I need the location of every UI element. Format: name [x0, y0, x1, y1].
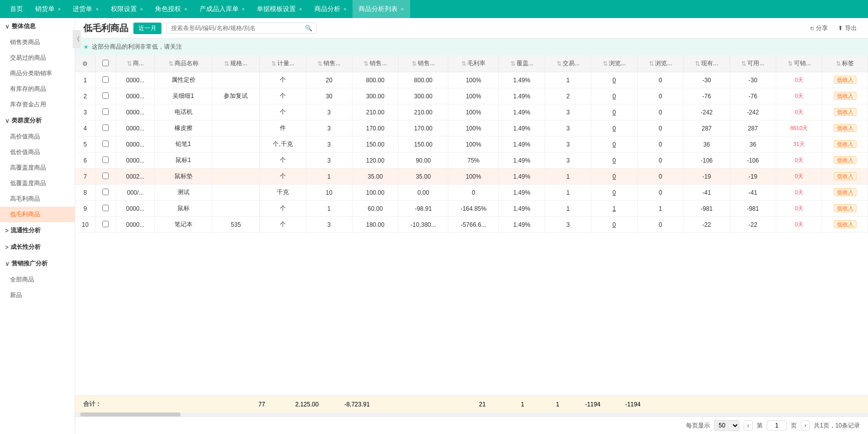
row-checkbox[interactable]: [102, 173, 109, 179]
sidebar-item-全部商品[interactable]: 全部商品: [0, 272, 75, 287]
row-checkbox[interactable]: [102, 92, 109, 99]
col-header-margin[interactable]: ⇅毛利率: [448, 55, 499, 72]
view1-link[interactable]: 0: [613, 141, 616, 148]
per-page-select[interactable]: 50 20 100: [714, 420, 740, 431]
table-wrap: ⚙⇅商...⇅商品名称⇅规格...⇅计量...⇅销售...⇅销售...⇅销售..…: [75, 55, 868, 395]
sidebar-group-整体信息[interactable]: ∨整体信息: [0, 18, 75, 35]
page-number-input[interactable]: [767, 420, 787, 430]
nav-item-产成品入库单[interactable]: 产成品入库单×: [194, 0, 251, 18]
nav-item-首页[interactable]: 首页: [4, 0, 29, 18]
view1-link[interactable]: 1: [613, 205, 616, 212]
export-btn[interactable]: ⬆ 导出: [835, 23, 860, 34]
sidebar-item-低覆盖度商品[interactable]: 低覆盖度商品: [0, 176, 75, 191]
cell-coverage: 1.49%: [499, 136, 545, 153]
cell-coverage: 1.49%: [499, 72, 545, 88]
sidebar-item-销售类商品[interactable]: 销售类商品: [0, 35, 75, 50]
col-header-stock_current[interactable]: ⇅现有...: [683, 55, 730, 72]
row-checkbox[interactable]: [102, 108, 109, 115]
col-header-spec[interactable]: ⇅规格...: [212, 55, 260, 72]
search-icon[interactable]: 🔍: [305, 25, 312, 32]
row-checkbox[interactable]: [102, 157, 109, 163]
row-checkbox[interactable]: [102, 205, 109, 211]
col-header-sales_profit[interactable]: ⇅销售...: [398, 55, 448, 72]
col-header-name[interactable]: ⇅商品名称: [155, 55, 212, 72]
cell-no: 8: [75, 185, 95, 201]
cell-no: 9: [75, 201, 95, 217]
sidebar-item-高毛利商品[interactable]: 高毛利商品: [0, 191, 75, 207]
sidebar-group-营销推广分析[interactable]: ∨营销推广分析: [0, 255, 75, 272]
view1-link[interactable]: 0: [613, 221, 616, 228]
sidebar-item-有库存的商品[interactable]: 有库存的商品: [0, 81, 75, 97]
cell-sales_profit: -10,380...: [398, 217, 448, 233]
nav-close-icon[interactable]: ×: [401, 6, 404, 12]
nav-item-商品分析[interactable]: 商品分析×: [308, 0, 353, 18]
table-scroll-bar[interactable]: [75, 412, 868, 416]
nav-close-icon[interactable]: ×: [140, 6, 143, 12]
sidebar-group-成长性分析[interactable]: >成长性分析: [0, 239, 75, 255]
cell-trade_count: 3: [545, 217, 591, 233]
sidebar-group-流通性分析[interactable]: >流通性分析: [0, 222, 75, 239]
nav-close-icon[interactable]: ×: [299, 6, 302, 12]
sidebar-item-交易过的商品[interactable]: 交易过的商品: [0, 50, 75, 66]
nav-item-进货单[interactable]: 进货单×: [67, 0, 104, 18]
cell-name: 属性定价: [155, 72, 212, 88]
nav-item-商品分析列表[interactable]: 商品分析列表×: [353, 0, 410, 18]
nav-item-权限设置[interactable]: 权限设置×: [105, 0, 149, 18]
cell-trade_count: 3: [545, 120, 591, 136]
sidebar-collapse-btn[interactable]: 《: [73, 30, 81, 48]
col-header-stock_avail[interactable]: ⇅可用...: [730, 55, 776, 72]
nav-close-icon[interactable]: ×: [95, 6, 98, 12]
col-header-days_salable[interactable]: ⇅可销...: [776, 55, 822, 72]
col-header-coverage[interactable]: ⇅覆盖...: [499, 55, 545, 72]
col-header-sales_qty[interactable]: ⇅销售...: [306, 55, 352, 72]
col-header-unit[interactable]: ⇅计量...: [260, 55, 306, 72]
search-input[interactable]: [171, 25, 305, 32]
days-salable-value: 0天: [795, 93, 803, 99]
cell-code: 000/...: [116, 185, 155, 201]
row-checkbox[interactable]: [102, 189, 109, 195]
sidebar-item-新品[interactable]: 新品: [0, 287, 75, 303]
nav-close-icon[interactable]: ×: [242, 6, 245, 12]
sidebar-item-商品分类助销率[interactable]: 商品分类助销率: [0, 66, 75, 81]
sidebar-item-高价值商品[interactable]: 高价值商品: [0, 129, 75, 144]
select-all-checkbox[interactable]: [102, 60, 109, 66]
nav-item-单据模板设置[interactable]: 单据模板设置×: [251, 0, 308, 18]
sidebar-item-低毛利商品[interactable]: 低毛利商品: [0, 207, 75, 222]
row-checkbox[interactable]: [102, 124, 109, 131]
nav-close-icon[interactable]: ×: [343, 6, 346, 12]
view1-link[interactable]: 0: [613, 157, 616, 164]
next-page-btn[interactable]: ›: [801, 420, 810, 430]
view1-link[interactable]: 0: [613, 189, 616, 196]
row-checkbox[interactable]: [102, 221, 109, 227]
cell-tag: 低收入: [822, 185, 868, 201]
view1-link[interactable]: 0: [613, 109, 616, 116]
nav-close-icon[interactable]: ×: [58, 6, 61, 12]
nav-item-角色授权[interactable]: 角色授权×: [149, 0, 193, 18]
sidebar-item-高覆盖度商品[interactable]: 高覆盖度商品: [0, 160, 75, 176]
view1-link[interactable]: 0: [613, 77, 616, 84]
col-header-trade_count[interactable]: ⇅交易...: [545, 55, 591, 72]
cell-no: 5: [75, 136, 95, 153]
col-header-view1[interactable]: ⇅浏览...: [591, 55, 637, 72]
col-header-view2[interactable]: ⇅浏览...: [637, 55, 683, 72]
col-header-sales_amt[interactable]: ⇅销售...: [352, 55, 398, 72]
share-btn[interactable]: ⎋ 分享: [807, 23, 831, 34]
row-checkbox[interactable]: [102, 140, 109, 147]
col-header-code[interactable]: ⇅商...: [116, 55, 155, 72]
view1-link[interactable]: 0: [613, 173, 616, 180]
sidebar-item-库存资金占用[interactable]: 库存资金占用: [0, 97, 75, 112]
col-header-tag[interactable]: ⇅标签: [822, 55, 868, 72]
prev-page-btn[interactable]: ‹: [744, 420, 753, 430]
nav-close-icon[interactable]: ×: [184, 6, 187, 12]
sidebar-group-类群度分析[interactable]: ∨类群度分析: [0, 112, 75, 129]
row-checkbox[interactable]: [102, 76, 109, 83]
view1-link[interactable]: 0: [613, 93, 616, 100]
sidebar-item-低价值商品[interactable]: 低价值商品: [0, 144, 75, 160]
cell-trade_count: 1: [545, 169, 591, 185]
view1-link[interactable]: 0: [613, 125, 616, 132]
filter-btn[interactable]: 近一月: [133, 23, 161, 34]
nav-item-销货单[interactable]: 销货单×: [29, 0, 67, 18]
scroll-thumb[interactable]: [80, 412, 181, 416]
col-header-checkbox[interactable]: [95, 55, 116, 72]
col-header-settings[interactable]: ⚙: [75, 55, 95, 72]
